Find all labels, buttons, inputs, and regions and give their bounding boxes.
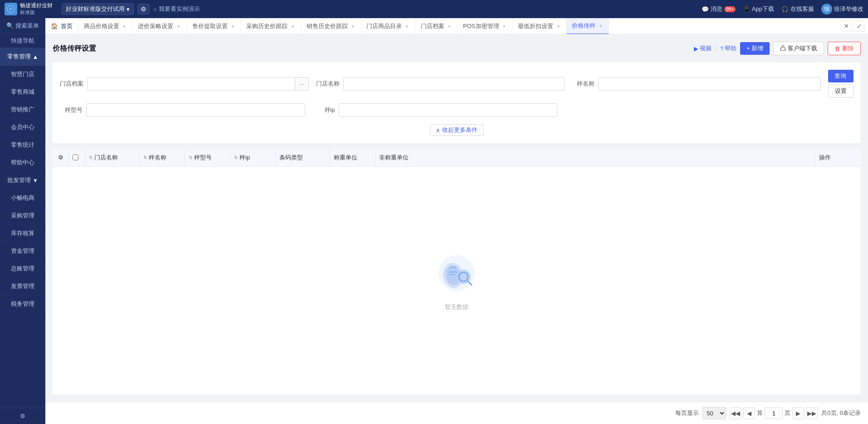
sidebar-item-wholesale-management[interactable]: 批发管理 ▼ [0,172,45,189]
tab-pos-encryption[interactable]: POS加密管理 × [458,18,512,34]
page-size-label: 每页显示 [675,409,699,417]
store-name-field: 门店名称 [316,77,565,91]
svg-rect-8 [449,274,455,275]
sort-icon-2[interactable]: ⇅ [143,155,147,160]
app-download-button[interactable]: 📱 App下载 [743,5,774,13]
user-area[interactable]: 徐 徐泽华修改 [821,4,863,14]
sidebar-item-finance[interactable]: 资金管理 [0,242,45,260]
tab-product-price-close[interactable]: × [122,24,127,29]
tab-price-scale-close[interactable]: × [598,23,603,29]
sidebar-item-help-center[interactable]: 帮助中心 [0,154,45,172]
download-label: 凸 客户端下载 [780,44,817,53]
tab-sales-history-close[interactable]: × [351,24,355,29]
last-page-button[interactable]: ▶▶ [806,407,818,419]
video-link[interactable]: ▶ 视频 [694,44,712,53]
add-button[interactable]: + 新增 [740,42,770,55]
tab-expand-button[interactable]: ⤢ [853,21,864,32]
headset-icon: 🎧 [781,6,789,13]
sort-icon[interactable]: ⇅ [89,155,93,160]
scale-model-input[interactable] [86,103,305,117]
tab-bar: 🏠 首页 商品价格设置 × 进价策略设置 × 售价提取设置 × 采购历史价跟踪 … [45,18,868,34]
prev-page-button[interactable]: ◀ [743,407,755,419]
th-barcode-type: 条码类型 [276,149,330,166]
select-all-checkbox[interactable] [73,154,78,160]
toolbar-settings-button[interactable]: ⚙ [137,4,150,14]
query-label: 查询 [834,72,846,80]
sidebar-item-purchase-management[interactable]: 采购管理 [0,207,45,225]
empty-state: 暂无数据 [53,167,861,395]
version-select[interactable]: 好业财标准版交付试用 ▾ [62,3,134,15]
th-scale-name-label: 秤名称 [149,154,166,162]
demo-link[interactable]: ○ 我要看实例演示 [153,5,200,13]
first-page-button[interactable]: ◀◀ [730,407,741,419]
th-checkbox[interactable] [69,149,85,166]
sidebar-item-member-center[interactable]: 会员中心 [0,119,45,136]
sidebar-quick-nav[interactable]: 快捷导航 [0,34,45,48]
tab-purchase-history-close[interactable]: × [290,24,295,29]
sort-icon-3[interactable]: ⇅ [189,155,192,160]
tab-store-archive-close[interactable]: × [447,24,452,29]
video-label: 视频 [700,44,712,53]
next-page-button[interactable]: ▶ [792,407,804,419]
tab-price-extract[interactable]: 售价提取设置 × [187,18,241,34]
online-service-button[interactable]: 🎧 在线客服 [781,5,814,13]
page-number-input[interactable] [765,407,783,419]
search-icon: 🔍 [6,22,14,29]
tab-min-discount-close[interactable]: × [556,24,561,29]
tab-store-catalog-label: 门店商品目录 [366,22,402,30]
sidebar-search[interactable]: 🔍 搜索菜单 [0,18,45,34]
sidebar-item-ledger[interactable]: 总账管理 [0,260,45,278]
sidebar-settings-button[interactable]: ⚙ [0,408,45,424]
sidebar-item-ecommerce[interactable]: 小畅电商 [0,189,45,207]
sidebar-item-inventory[interactable]: 库存核算 [0,225,45,242]
query-button[interactable]: 查询 [828,70,853,82]
store-archive-ellipsis-button[interactable]: ··· [295,77,309,91]
tab-min-discount[interactable]: 最低折扣设置 × [512,18,566,34]
page-total: 共0页, 0条记录 [821,409,861,417]
delete-button[interactable]: 🗑 删除 [828,42,861,55]
help-link[interactable]: ? 帮助 [720,44,736,53]
tab-purchase-history[interactable]: 采购历史价跟踪 × [241,18,301,34]
sidebar-item-smart-store[interactable]: 智慧门店 [0,66,45,83]
sidebar-item-tax[interactable]: 税务管理 [0,295,45,313]
tab-pos-encryption-close[interactable]: × [502,24,507,29]
edition-badge: 标准版 [20,9,53,16]
sidebar-item-retail-stats[interactable]: 零售统计 [0,136,45,154]
arrow-down-icon: ▼ [33,177,39,184]
settings-form-button[interactable]: 设置 [828,84,853,98]
collapse-button[interactable]: ∧ 收起更多条件 [430,124,483,136]
store-archive-input[interactable] [87,77,295,91]
sidebar-item-label: 零售管理 [7,53,31,61]
demo-icon: ○ [153,6,157,13]
tab-store-catalog-close[interactable]: × [405,24,409,29]
sidebar-item-invoice[interactable]: 发票管理 [0,278,45,295]
last-page-icon: ▶▶ [807,410,816,417]
sort-icon-4[interactable]: ⇅ [234,155,238,160]
tab-sales-history[interactable]: 销售历史价跟踪 × [301,18,361,34]
tab-store-catalog[interactable]: 门店商品目录 × [361,18,415,34]
tab-close-all-button[interactable]: ✕ [841,21,852,32]
message-button[interactable]: 💬 消息 99+ [702,5,736,13]
scale-ip-field: 秤ip [312,103,558,117]
page-size-select[interactable]: 20 50 100 200 [702,407,726,419]
download-button[interactable]: 凸 客户端下载 [773,42,824,55]
tab-home[interactable]: 🏠 首页 [45,18,78,34]
tab-purchase-strategy-close[interactable]: × [176,24,180,29]
sidebar-item-marketing[interactable]: 营销推广 [0,101,45,119]
tab-store-archive[interactable]: 门店档案 × [415,18,458,34]
scale-ip-input[interactable] [339,103,558,117]
th-settings[interactable]: ⚙ [53,149,69,166]
main-layout: 🔍 搜索菜单 快捷导航 零售管理 ▲ 智慧门店 零售商城 营销推广 会员中心 零… [0,18,868,424]
scale-name-field: 秤名称 [572,77,821,91]
sidebar-item-retail-mall[interactable]: 零售商城 [0,83,45,101]
tab-purchase-strategy[interactable]: 进价策略设置 × [132,18,186,34]
sidebar-item-label: 批发管理 [7,176,31,184]
store-archive-label: 门店档案 [60,80,83,88]
tab-product-price[interactable]: 商品价格设置 × [78,18,132,34]
sidebar-item-retail-management[interactable]: 零售管理 ▲ [0,48,45,66]
store-name-input[interactable] [343,77,565,91]
tab-price-extract-close[interactable]: × [230,24,235,29]
tab-price-scale[interactable]: 价格传秤 × [566,18,609,34]
table-header: ⚙ ⇅ 门店名称 ⇅ 秤名称 ⇅ 秤型号 [53,149,861,167]
scale-name-input[interactable] [598,77,821,91]
